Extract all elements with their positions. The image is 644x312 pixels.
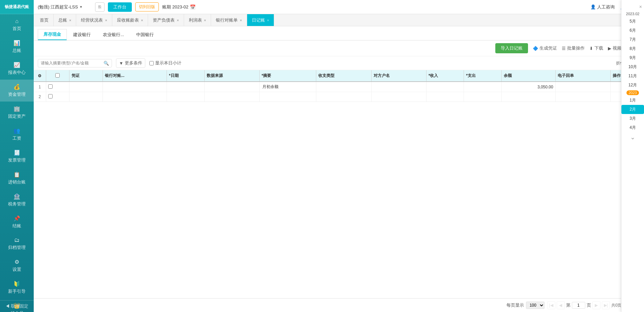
row-2-e-receipt bbox=[555, 92, 610, 102]
date-panel-header: × bbox=[621, 3, 644, 11]
next-page-button[interactable]: ▶ bbox=[592, 301, 601, 309]
more-filter-button[interactable]: ▼ 更多条件 bbox=[116, 58, 145, 68]
tab-bank-statement-close[interactable]: × bbox=[240, 18, 242, 22]
app-logo[interactable]: 畅捷通易代账 bbox=[0, 0, 34, 14]
invoice-icon: 🧾 bbox=[13, 149, 20, 156]
row-1-summary: 月初余额 bbox=[259, 82, 316, 92]
tab-ledger-close[interactable]: × bbox=[69, 18, 71, 22]
sidebar-item-payroll[interactable]: 👥 工资 bbox=[0, 123, 34, 145]
sidebar-item-fixed-assets[interactable]: 🏢 固定资产 bbox=[0, 102, 34, 123]
download-button[interactable]: ⬇ 下载 bbox=[589, 45, 603, 51]
import-journal-button[interactable]: 导入日记账 bbox=[495, 43, 528, 53]
calendar-icon[interactable]: 📅 bbox=[190, 4, 196, 10]
sidebar-unpin[interactable]: ◀ 取消固定 bbox=[0, 300, 34, 312]
sidebar-item-tax[interactable]: 🏦 税务管理 bbox=[0, 189, 34, 211]
sidebar-item-home[interactable]: ⌂ 首页 bbox=[0, 14, 34, 36]
sidebar-item-finance-label: 资金管理 bbox=[8, 91, 26, 97]
date-scroll-down[interactable]: ⌄ bbox=[629, 132, 637, 142]
sidebar-item-guide[interactable]: 🔰 新手引导 bbox=[0, 277, 34, 299]
daily-total-checkbox-label[interactable]: 显示本日小计 bbox=[149, 60, 181, 66]
bank-tab-abc[interactable]: 农业银行... bbox=[97, 29, 130, 40]
row-2-date bbox=[167, 92, 205, 102]
daily-total-checkbox[interactable] bbox=[149, 61, 154, 65]
tab-income[interactable]: 利润表 × bbox=[184, 14, 211, 26]
sidebar-item-close[interactable]: 📌 结账 bbox=[0, 211, 34, 233]
date-month-4[interactable]: 4月 bbox=[621, 123, 644, 132]
sidebar-item-archive-label: 归档管理 bbox=[8, 245, 26, 251]
date-month-3[interactable]: 3月 bbox=[621, 114, 644, 123]
main-area: (勉强) 江西超宝-LSS ▼ ⎘ 工作台 切到旧版 账期 2023-02 📅 … bbox=[34, 0, 644, 312]
bank-tab-ccb[interactable]: 建设银行 bbox=[67, 29, 96, 40]
bank-tab-cash[interactable]: 库存现金 bbox=[38, 29, 67, 40]
date-month-7[interactable]: 7月 bbox=[621, 35, 644, 44]
date-month-6[interactable]: 6月 bbox=[621, 26, 644, 35]
select-all-checkbox[interactable] bbox=[55, 73, 60, 78]
date-month-9[interactable]: 9月 bbox=[621, 53, 644, 62]
tab-management-report[interactable]: 经营状况表 × bbox=[76, 14, 112, 26]
filter-icon: ▼ bbox=[119, 61, 123, 66]
row-1-checkbox[interactable] bbox=[46, 82, 69, 92]
row-2-checkbox[interactable] bbox=[46, 92, 69, 102]
workspace-button[interactable]: 工作台 bbox=[108, 2, 132, 12]
generate-voucher-label: 生成凭证 bbox=[539, 45, 557, 51]
tab-journal[interactable]: 日记账 × bbox=[247, 14, 274, 26]
date-year-2022-label: 2023.02 bbox=[625, 11, 641, 17]
tab-balance-sheet-close[interactable]: × bbox=[177, 18, 179, 22]
table-container: ⚙ 凭证 银行对账... *日期 数据来源 *摘要 收支类型 对方户名 *收入 … bbox=[34, 70, 644, 298]
bank-tab-boc-label: 中国银行 bbox=[136, 32, 154, 37]
tab-aging[interactable]: 应收账龄表 × bbox=[112, 14, 148, 26]
sidebar-item-settings-label: 设置 bbox=[12, 266, 21, 273]
date-month-10[interactable]: 10月 bbox=[621, 62, 644, 72]
last-page-button[interactable]: ▶| bbox=[602, 301, 610, 309]
sidebar-item-report[interactable]: 📈 报表中心 bbox=[0, 58, 34, 80]
first-page-button[interactable]: |◀ bbox=[547, 301, 555, 309]
date-month-1[interactable]: 1月 bbox=[621, 96, 644, 105]
search-icon[interactable]: 🔍 bbox=[104, 61, 109, 66]
switch-button[interactable]: 切到旧版 bbox=[135, 2, 159, 11]
prev-page-button[interactable]: ◀ bbox=[557, 301, 565, 309]
video-label: 视频 bbox=[613, 45, 621, 51]
page-input[interactable] bbox=[572, 302, 585, 309]
copy-button[interactable]: ⎘ bbox=[95, 2, 105, 12]
date-month-12[interactable]: 12月 bbox=[621, 81, 644, 90]
generate-voucher-button[interactable]: 🔷 生成凭证 bbox=[533, 45, 557, 51]
col-bank-match: 银行对账... bbox=[103, 70, 167, 82]
tab-balance-sheet[interactable]: 资产负债表 × bbox=[148, 14, 184, 26]
sidebar-item-invoice[interactable]: 🧾 发票管理 bbox=[0, 145, 34, 167]
batch-ops-button[interactable]: ☰ 批量操作 bbox=[562, 45, 585, 51]
tab-income-close[interactable]: × bbox=[204, 18, 206, 22]
search-input[interactable] bbox=[41, 61, 101, 65]
sidebar-item-finance[interactable]: 💰 资金管理 bbox=[0, 80, 34, 102]
sidebar-item-sales[interactable]: 📋 进销台账 bbox=[0, 167, 34, 189]
date-month-2-active[interactable]: 2月 bbox=[621, 105, 644, 114]
date-month-5[interactable]: 5月 bbox=[621, 17, 644, 26]
sidebar-item-guide-label: 新手引导 bbox=[8, 288, 26, 294]
download-icon: ⬇ bbox=[589, 46, 593, 51]
tab-ledger[interactable]: 总账 × bbox=[54, 14, 76, 26]
download-label: 下载 bbox=[594, 45, 603, 51]
tab-management-report-close[interactable]: × bbox=[105, 18, 107, 22]
col-expense: *支出 bbox=[464, 70, 502, 82]
tab-aging-close[interactable]: × bbox=[141, 18, 143, 22]
sidebar-item-ledger[interactable]: 📊 总账 bbox=[0, 36, 34, 58]
date-month-8[interactable]: 8月 bbox=[621, 44, 644, 53]
service-button[interactable]: 👤 人工咨询 bbox=[590, 4, 615, 10]
row-1-num: 1 bbox=[34, 82, 46, 92]
tab-home[interactable]: 首页 bbox=[35, 14, 54, 26]
sidebar-item-settings[interactable]: ⚙ 设置 bbox=[0, 255, 34, 277]
sidebar-item-archive[interactable]: 🗂 归档管理 bbox=[0, 233, 34, 255]
video-button[interactable]: ▶ 视频 bbox=[608, 45, 621, 51]
tab-bank-statement[interactable]: 银行对账单 × bbox=[211, 14, 247, 26]
bank-tab-boc[interactable]: 中国银行 bbox=[130, 29, 159, 40]
col-date: *日期 bbox=[167, 70, 205, 82]
col-voucher: 凭证 bbox=[69, 70, 103, 82]
generate-voucher-icon: 🔷 bbox=[533, 46, 538, 51]
sidebar: 畅捷通易代账 ⌂ 首页 📊 总账 📈 报表中心 💰 资金管理 🏢 固定资产 👥 … bbox=[0, 0, 34, 312]
tab-journal-close[interactable]: × bbox=[267, 18, 269, 22]
company-selector[interactable]: (勉强) 江西超宝-LSS ▼ bbox=[38, 4, 92, 10]
row-1-bank-match bbox=[103, 82, 167, 92]
date-panel-close-button[interactable]: × bbox=[639, 4, 642, 9]
page-text-after: 页 bbox=[587, 302, 591, 308]
date-month-11[interactable]: 11月 bbox=[621, 72, 644, 81]
per-page-select[interactable]: 100 50 200 bbox=[526, 302, 545, 309]
